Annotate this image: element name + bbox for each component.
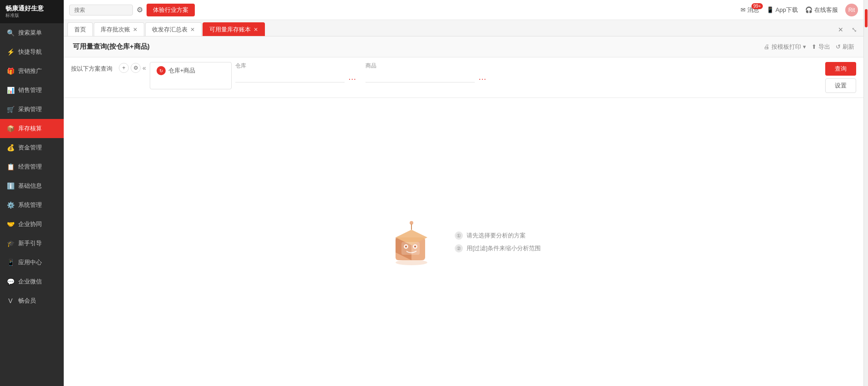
tab-close-batch[interactable]: ✕ <box>133 26 137 33</box>
sidebar-label-newbie: 新手引导 <box>18 239 42 247</box>
tab-close-available[interactable]: ✕ <box>254 26 258 33</box>
content-area: ① 请先选择要分析的方案 ② 用[过滤]条件来缩小分析范围 <box>64 98 863 386</box>
sidebar-label-vip: 畅会员 <box>18 297 36 305</box>
message-button[interactable]: ✉ 消息 99+ <box>741 6 759 14</box>
tab-available[interactable]: 可用量库存账本 ✕ <box>203 22 265 36</box>
empty-hints: ① 请先选择要分析的方案 ② 用[过滤]条件来缩小分析范围 <box>455 232 541 252</box>
sidebar-item-system[interactable]: ⚙️系统管理 <box>0 196 64 215</box>
tab-label-summary: 收发存汇总表 <box>152 26 188 34</box>
settings-icon[interactable]: ⚙ <box>137 5 143 14</box>
hint-text-2: 用[过滤]条件来缩小分析范围 <box>467 244 541 252</box>
sidebar-label-operation: 经营管理 <box>18 163 42 171</box>
sidebar-label-basic: 基础信息 <box>18 182 42 190</box>
phone-icon: 📱 <box>766 6 774 13</box>
sidebar-item-sales[interactable]: 📊销售管理 <box>0 81 64 100</box>
app-tag: 标准版 <box>5 12 19 19</box>
sidebar-icon-cooperation: 🤝 <box>6 220 15 228</box>
sidebar-icon-shortcut: ⚡ <box>6 48 15 56</box>
scheme-panel: ↻ 仓库+商品 <box>150 62 232 89</box>
tab-label-available: 可用量库存账本 <box>209 26 251 34</box>
tab-close-summary[interactable]: ✕ <box>190 26 195 33</box>
sidebar-label-sales: 销售管理 <box>18 86 42 94</box>
empty-state: ① 请先选择要分析的方案 ② 用[过滤]条件来缩小分析范围 <box>386 217 541 267</box>
tab-home[interactable]: 首页 <box>67 22 93 36</box>
topbar-right: ✉ 消息 99+ 📱 App下载 🎧 在线客服 Rit <box>741 4 858 16</box>
sidebar-item-inventory[interactable]: 📦库存核算 <box>0 119 64 138</box>
sidebar-icon-appstore: 📱 <box>6 258 15 267</box>
sidebar-label-search: 搜索菜单 <box>18 29 42 37</box>
print-dropdown-icon[interactable]: ▾ <box>803 43 806 50</box>
user-profile-button[interactable]: Rit <box>845 4 858 16</box>
svg-point-10 <box>410 221 413 225</box>
hint-item-1: ① 请先选择要分析的方案 <box>455 232 541 240</box>
headset-icon: 🎧 <box>805 6 812 13</box>
online-service-label: 在线客服 <box>814 6 838 14</box>
sidebar-label-wechat: 企业微信 <box>18 278 42 286</box>
hint-num-1: ① <box>455 232 463 240</box>
sidebar-label-inventory: 库存核算 <box>18 124 42 133</box>
product-input-row: … <box>365 72 488 82</box>
sidebar-item-vip[interactable]: V畅会员 <box>0 291 64 310</box>
sidebar-item-cooperation[interactable]: 🤝企业协同 <box>0 215 64 234</box>
tabs-bar-right: ✕ ⤡ <box>835 25 860 36</box>
scheme-item-icon: ↻ <box>157 66 166 75</box>
search-input[interactable] <box>69 5 133 15</box>
page-header-actions: 🖨 按模板打印 ▾ ⬆ 导出 ↺ 刷新 <box>764 43 854 51</box>
close-tab-button[interactable]: ✕ <box>835 25 846 34</box>
sidebar-item-marketing[interactable]: 🎁营销推广 <box>0 62 64 81</box>
filter-settings-button[interactable]: 设置 <box>825 78 856 93</box>
message-icon: ✉ <box>741 6 746 13</box>
sidebar-label-finance: 资金管理 <box>18 144 42 152</box>
product-more-button[interactable]: … <box>477 72 488 82</box>
tab-batch[interactable]: 库存批次账 ✕ <box>94 22 144 36</box>
refresh-icon: ↺ <box>836 43 841 50</box>
filter-row: 按以下方案查询 + ⚙ « ↻ 仓库+商品 仓库 <box>71 62 856 93</box>
sidebar-item-wechat[interactable]: 💬企业微信 <box>0 272 64 291</box>
sidebar-icon-purchase: 🛒 <box>6 105 15 113</box>
sidebar-item-finance[interactable]: 💰资金管理 <box>0 138 64 157</box>
sidebar-item-search[interactable]: 🔍搜索菜单 <box>0 23 64 42</box>
scheme-actions: + ⚙ « <box>119 63 146 73</box>
print-button[interactable]: 🖨 按模板打印 ▾ <box>764 43 806 51</box>
sidebar-item-basic[interactable]: ℹ️基础信息 <box>0 176 64 196</box>
export-button[interactable]: ⬆ 导出 <box>812 43 830 51</box>
app-download-button[interactable]: 📱 App下载 <box>766 6 798 14</box>
collapse-button[interactable]: « <box>142 64 146 72</box>
sidebar-item-purchase[interactable]: 🛒采购管理 <box>0 100 64 119</box>
sidebar-item-newbie[interactable]: 🎓新手引导 <box>0 234 64 253</box>
print-icon: 🖨 <box>764 43 770 50</box>
handle-bar <box>865 9 868 27</box>
right-side-handle[interactable] <box>863 0 868 386</box>
warehouse-input-row: … <box>235 72 358 82</box>
sidebar-label-cooperation: 企业协同 <box>18 220 42 228</box>
settings-scheme-button[interactable]: ⚙ <box>131 63 141 73</box>
refresh-button[interactable]: ↺ 刷新 <box>836 43 854 51</box>
topbar: ⚙ 体验行业方案 ✉ 消息 99+ 📱 App下载 🎧 在线客服 Rit <box>64 0 863 20</box>
sidebar-item-shortcut[interactable]: ⚡快捷导航 <box>0 42 64 62</box>
maximize-tab-button[interactable]: ⤡ <box>849 25 860 34</box>
refresh-label: 刷新 <box>843 43 854 51</box>
sidebar-icon-basic: ℹ️ <box>6 182 15 190</box>
query-button[interactable]: 查询 <box>825 62 856 76</box>
online-service-button[interactable]: 🎧 在线客服 <box>805 6 838 14</box>
warehouse-more-button[interactable]: … <box>346 72 358 82</box>
sidebar-nav: 🔍搜索菜单⚡快捷导航🎁营销推广📊销售管理🛒采购管理📦库存核算💰资金管理📋经营管理… <box>0 23 64 386</box>
add-scheme-button[interactable]: + <box>119 63 129 73</box>
tab-label-batch: 库存批次账 <box>101 26 130 34</box>
empty-illustration <box>386 217 437 267</box>
export-label: 导出 <box>818 43 830 51</box>
tab-summary[interactable]: 收发存汇总表 ✕ <box>145 22 202 36</box>
sidebar-label-marketing: 营销推广 <box>18 67 42 75</box>
warehouse-input[interactable] <box>235 72 345 82</box>
app-name: 畅康通好生意 <box>5 5 44 12</box>
scheme-item[interactable]: ↻ 仓库+商品 <box>154 64 228 77</box>
product-label: 商品 <box>365 62 488 70</box>
industry-button[interactable]: 体验行业方案 <box>147 4 195 16</box>
app-download-label: App下载 <box>776 6 798 14</box>
sidebar: 畅康通好生意 标准版 🔍搜索菜单⚡快捷导航🎁营销推广📊销售管理🛒采购管理📦库存核… <box>0 0 64 386</box>
sidebar-icon-system: ⚙️ <box>6 201 15 209</box>
product-input[interactable] <box>365 72 475 82</box>
sidebar-item-operation[interactable]: 📋经营管理 <box>0 157 64 176</box>
sidebar-icon-finance: 💰 <box>6 144 15 152</box>
sidebar-item-appstore[interactable]: 📱应用中心 <box>0 253 64 272</box>
